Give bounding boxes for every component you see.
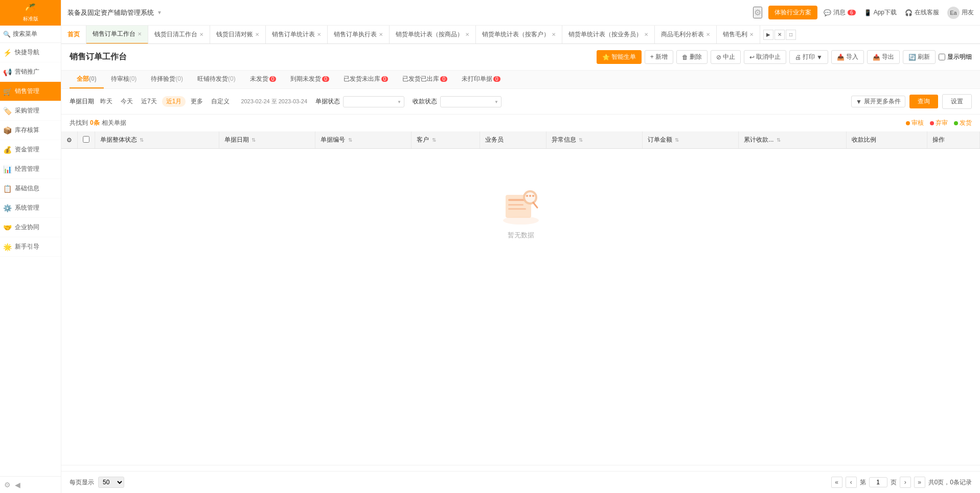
col-settings[interactable]: ⚙	[61, 131, 78, 149]
last-page-btn[interactable]: »	[914, 477, 925, 488]
tab-sales-margin-close[interactable]: ✕	[749, 32, 754, 37]
filter-tab-not-shipped[interactable]: 未发货0	[243, 71, 284, 88]
filter-tab-pending-inspect[interactable]: 待择验货(0)	[144, 71, 190, 88]
show-detail-checkbox[interactable]	[939, 54, 945, 60]
date-opt-1month[interactable]: 近1月	[162, 96, 186, 107]
sort-customer-icon[interactable]: ⇅	[432, 137, 436, 143]
select-all-checkbox[interactable]	[83, 136, 89, 143]
filter-tab-shipped-not-out[interactable]: 已发货未出库0	[336, 71, 396, 88]
ship-link[interactable]: 发货	[954, 119, 972, 127]
sidebar-item-finance[interactable]: 💰 资金管理	[0, 140, 61, 160]
sidebar-settings-btn[interactable]: ⚙	[4, 481, 11, 489]
tab-prev-btn[interactable]: ▶	[763, 30, 773, 40]
first-page-btn[interactable]: «	[831, 477, 842, 488]
tab-sales-stats[interactable]: 销售订单统计表 ✕	[266, 26, 328, 44]
guide-icon: 🌟	[3, 243, 12, 251]
print-btn[interactable]: 🖨 打印 ▼	[789, 50, 828, 64]
filter-tab-not-printed[interactable]: 未打印单据0	[454, 71, 508, 88]
query-btn[interactable]: 查询	[909, 95, 938, 108]
tab-sales-customer[interactable]: 销货单统计表（按客户） ✕	[476, 26, 562, 44]
sidebar-item-operations[interactable]: 📊 经营管理	[0, 160, 61, 179]
stop-btn[interactable]: ⊘ 中止	[711, 50, 741, 64]
sidebar-collapse-btn[interactable]: ◀	[15, 481, 20, 489]
app-download-btn[interactable]: 📱 App下载	[864, 8, 897, 17]
payment-select[interactable]	[440, 96, 502, 107]
horizontal-scrollbar[interactable]	[61, 465, 980, 471]
tab-cash-reconcile-close[interactable]: ✕	[255, 32, 259, 37]
tab-cash-daily[interactable]: 钱货日清工作台 ✕	[148, 26, 210, 44]
sidebar-item-purchase[interactable]: 🏷️ 采购管理	[0, 101, 61, 121]
tab-sales-workbench[interactable]: 销售订单工作台 ✕	[86, 26, 148, 44]
prev-page-btn[interactable]: ‹	[846, 477, 857, 488]
page-size-select[interactable]: 10 20 50 100	[98, 477, 124, 488]
sidebar-item-guide[interactable]: 🌟 新手引导	[0, 237, 61, 257]
print-dropdown-icon: ▼	[816, 54, 823, 61]
sidebar-item-search[interactable]: 🔍 搜索菜单	[0, 26, 61, 43]
tab-pin-btn[interactable]: □	[786, 30, 796, 40]
tab-cash-reconcile[interactable]: 钱货日清对账 ✕	[210, 26, 266, 44]
sidebar-item-cooperation[interactable]: 🤝 企业协同	[0, 218, 61, 237]
tab-close-all-btn[interactable]: ✕	[774, 30, 785, 40]
date-opt-more[interactable]: 更多	[188, 96, 206, 107]
industry-btn[interactable]: 体验行业方案	[768, 6, 817, 19]
sort-amount-icon[interactable]: ⇅	[675, 137, 679, 143]
search-status-item: 单据状态	[315, 96, 404, 107]
sort-collected-icon[interactable]: ⇅	[777, 137, 781, 143]
logo-icon: 🍊	[24, 3, 37, 15]
sidebar-item-basic-info[interactable]: 📋 基础信息	[0, 179, 61, 198]
tab-sales-staff-close[interactable]: ✕	[644, 32, 648, 37]
date-opt-today[interactable]: 今天	[118, 96, 136, 107]
sidebar-item-marketing[interactable]: 📢 营销推广	[0, 62, 61, 82]
expand-conditions-btn[interactable]: ▼ 展开更多条件	[851, 96, 905, 107]
tab-sales-staff[interactable]: 销货单统计表（按业务员） ✕	[562, 26, 655, 44]
filter-tab-pending-review[interactable]: 待审核(0)	[104, 71, 144, 88]
export-btn[interactable]: 📤 导出	[867, 50, 900, 64]
header-settings-btn[interactable]: ⚙	[753, 7, 762, 18]
cancel-stop-btn[interactable]: ↩ 取消中止	[744, 50, 786, 64]
filter-tab-shipped-out[interactable]: 已发货已出库0	[395, 71, 454, 88]
date-opt-custom[interactable]: 自定义	[208, 96, 233, 107]
sidebar-item-inventory[interactable]: 📦 库存核算	[0, 121, 61, 140]
date-opt-7days[interactable]: 近7天	[138, 96, 160, 107]
tab-home[interactable]: 首页	[61, 26, 86, 44]
tab-sales-customer-close[interactable]: ✕	[552, 32, 556, 37]
status-select[interactable]	[343, 96, 404, 107]
system-dropdown-icon[interactable]: ▼	[157, 10, 162, 15]
sort-exception-icon[interactable]: ⇅	[579, 137, 583, 143]
review-link[interactable]: 审核	[906, 119, 924, 127]
user-menu-btn[interactable]: Ea 用友	[947, 7, 974, 19]
smart-create-btn[interactable]: ⭐ 智能生单	[597, 50, 642, 64]
show-detail-checkbox-label[interactable]: 显示明细	[939, 53, 972, 61]
filter-tab-all[interactable]: 全部(0)	[70, 71, 104, 88]
sidebar-item-system[interactable]: ⚙️ 系统管理	[0, 198, 61, 218]
tab-sales-workbench-close[interactable]: ✕	[138, 31, 142, 37]
message-btn[interactable]: 💬 消息 6	[824, 8, 856, 17]
online-service-btn[interactable]: 🎧 在线客服	[905, 8, 939, 17]
tab-cash-daily-close[interactable]: ✕	[199, 32, 203, 37]
unreviewed-link[interactable]: 弃审	[930, 119, 948, 127]
filter-setting-btn[interactable]: 设置	[942, 94, 972, 109]
tab-sales-stats-close[interactable]: ✕	[317, 32, 321, 37]
add-btn[interactable]: + 新增	[645, 50, 673, 64]
next-page-btn[interactable]: ›	[900, 477, 911, 488]
tab-margin-close[interactable]: ✕	[706, 32, 710, 37]
tab-sales-product-close[interactable]: ✕	[465, 32, 469, 37]
date-opt-yesterday[interactable]: 昨天	[97, 96, 116, 107]
import-btn[interactable]: 📥 导入	[831, 50, 864, 64]
filter-tab-shop-pending-ship[interactable]: 旺铺待发货(0)	[190, 71, 243, 88]
tab-sales-margin[interactable]: 销售毛利 ✕	[717, 26, 760, 44]
page-input[interactable]	[869, 477, 887, 487]
sidebar-item-sales[interactable]: 🛒 销售管理	[0, 82, 61, 101]
delete-btn[interactable]: 🗑 删除	[676, 50, 708, 64]
tab-sales-exec-close[interactable]: ✕	[379, 32, 383, 37]
tab-sales-product[interactable]: 销货单统计表（按商品） ✕	[390, 26, 476, 44]
col-checkbox[interactable]	[78, 131, 95, 149]
tab-margin[interactable]: 商品毛利分析表 ✕	[655, 26, 717, 44]
tab-sales-exec[interactable]: 销售订单执行表 ✕	[328, 26, 390, 44]
sort-date-icon[interactable]: ⇅	[252, 137, 256, 143]
filter-tab-overdue-not-shipped[interactable]: 到期未发货0	[283, 71, 336, 88]
sidebar-item-quick-nav[interactable]: ⚡ 快捷导航	[0, 43, 61, 62]
sort-status-icon[interactable]: ⇅	[140, 137, 144, 143]
sort-number-icon[interactable]: ⇅	[348, 137, 352, 143]
refresh-btn[interactable]: 🔄 刷新	[903, 50, 936, 64]
